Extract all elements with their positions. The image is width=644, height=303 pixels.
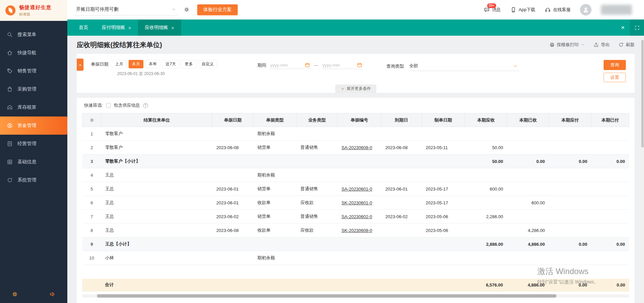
total-cell-doc_no (337, 279, 381, 292)
table-row[interactable]: 8王总2023-06-08收款单应收款SK-20230608-02023-05-… (82, 224, 629, 237)
messages-button[interactable]: 99+ 消息 (484, 7, 501, 13)
include-supplier-checkbox[interactable] (106, 103, 111, 108)
sidebar-item-base-info[interactable]: 基础信息 (0, 153, 67, 171)
cell-received (507, 210, 549, 224)
column-header[interactable]: 制单日期 (422, 113, 465, 127)
refresh-button[interactable]: 刷新 (618, 42, 635, 48)
column-header[interactable]: 单据编号 (338, 113, 381, 127)
close-icon[interactable]: × (171, 25, 174, 31)
doc-number-link[interactable]: SA-20230602-0 (342, 214, 372, 219)
sidebar-item-system[interactable]: 系统管理 (0, 171, 67, 189)
sidebar-item-search-menu[interactable]: 搜索菜单 (0, 26, 67, 44)
cell-received: 0.00 (507, 155, 549, 168)
print-by-template-button[interactable]: 按模板打印 (549, 42, 585, 48)
quick-filter-label: 快速筛选: (84, 102, 103, 108)
cell-doc_type (253, 237, 297, 251)
sidebar-item-label: 经营管理 (18, 141, 36, 147)
tab-home[interactable]: 首页 (72, 20, 95, 36)
close-icon[interactable]: × (128, 25, 131, 31)
vertical-scrollbar-thumb[interactable] (641, 40, 644, 147)
column-header[interactable]: 本期应收 (465, 113, 507, 127)
date-pill[interactable]: 自定义 (198, 60, 217, 68)
cell-receivable: 2,286.00 (465, 210, 507, 224)
trial-solution-button[interactable]: 体验行业方案 (197, 4, 238, 15)
table-row[interactable]: 2零散客户2023-06-08销货单普通销售SA-20230608-02023-… (82, 141, 629, 155)
fullscreen-icon[interactable] (630, 20, 644, 36)
column-header[interactable]: 单据日期 (212, 113, 253, 127)
online-support-button[interactable]: 在线客服 (545, 7, 571, 13)
table-row[interactable]: 3零散客户【小计】50.000.000.000.00 (82, 155, 629, 168)
sidebar-item-quick-nav[interactable]: 快捷导航 (0, 44, 67, 62)
sidebar-item-label: 基础信息 (18, 159, 36, 165)
total-cell-paid: 0.00 (591, 279, 629, 292)
search-button[interactable]: 查询 (604, 60, 626, 70)
doc-number-link[interactable]: SA-20230608-0 (342, 145, 372, 150)
sidebar-item-business[interactable]: 经营管理 (0, 135, 67, 153)
column-header[interactable]: 到期日 (381, 113, 422, 127)
column-header[interactable]: 结算往来单位 (101, 113, 212, 127)
query-type-filter: 查询类型 全部 (386, 61, 519, 71)
tab-payable[interactable]: 应付明细账× (95, 20, 138, 36)
period-filter: 期间 — (258, 61, 363, 69)
close-all-tabs-icon[interactable]: × (616, 20, 630, 36)
doc-number-link[interactable]: SK-20230601-0 (342, 200, 372, 205)
table-row[interactable]: 7王总2023-06-02销货单普通销售SA-20230602-02023-06… (82, 210, 629, 224)
period-to-input[interactable] (323, 63, 355, 68)
table-card: 快速筛选: 包含供应信息 ? 结算往来单位单据日期单据类型业务类型单据编号到期日… (77, 98, 635, 303)
cell-payable: 0.00 (549, 155, 591, 168)
gear-icon[interactable] (183, 6, 190, 13)
date-pill[interactable]: 更多 (181, 60, 196, 68)
doc-number-link[interactable]: SA-20230601-0 (342, 187, 372, 192)
cell-paid (591, 168, 629, 182)
column-header[interactable]: 本期已收 (507, 113, 549, 127)
sidebar-item-sales[interactable]: 销售管理 (0, 62, 67, 80)
sidebar-item-purchase[interactable]: 采购管理 (0, 80, 67, 98)
table-row[interactable]: 10小林期初余额 (82, 251, 629, 265)
cell-unit: 小林 (101, 251, 212, 265)
settings-gear-icon[interactable] (11, 291, 18, 298)
cell-paid (591, 210, 629, 224)
date-pill[interactable]: 本月 (129, 60, 143, 68)
help-icon[interactable]: ? (143, 103, 148, 108)
export-button[interactable]: 导出 (594, 42, 610, 48)
announcement-speaker-icon[interactable] (49, 291, 56, 298)
doc-date-label: 单据日期 (91, 61, 108, 67)
date-pill[interactable]: 上月 (112, 60, 127, 68)
cell-doc_no: SK-20230608-0 (338, 224, 381, 237)
expand-more-conditions[interactable]: 展开更多条件 (335, 85, 376, 93)
doc-number-link[interactable]: SK-20230608-0 (342, 228, 372, 233)
cell-paid (591, 196, 629, 210)
tab-receivable[interactable]: 应收明细账× (138, 20, 181, 36)
sidebar-item-inventory[interactable]: 库存核算 (0, 98, 67, 116)
horizontal-scrollbar-thumb[interactable] (97, 294, 556, 298)
column-header[interactable]: 本期已付 (591, 113, 629, 127)
table-row[interactable]: 6王总2023-06-01收款单应收款SK-20230601-02023-05-… (82, 196, 629, 210)
collapse-filter-tab[interactable]: » (77, 59, 83, 71)
cell-doc_date (212, 127, 253, 141)
table-row[interactable]: 4王总期初余额 (82, 168, 629, 182)
period-from-input[interactable] (270, 63, 303, 68)
calendar-icon[interactable] (305, 62, 310, 68)
total-cell-receivable: 6,576.00 (465, 279, 507, 292)
table-row[interactable]: 9王总【小计】2,886.004,886.000.000.00 (82, 237, 629, 251)
account-period-dropdown[interactable]: 开账日期可停用可删 (75, 4, 177, 15)
sidebar-item-funds[interactable]: 资金管理 (0, 116, 67, 135)
query-type-select[interactable]: 全部 (408, 61, 519, 71)
table-row[interactable]: 5王总2023-06-01销货单普通销售SA-20230601-02023-06… (82, 182, 629, 196)
cell-create_date (422, 168, 465, 182)
column-header[interactable]: 本期应付 (549, 113, 591, 127)
table-row[interactable]: 1零散客户期初余额 (82, 127, 629, 141)
column-settings-gear-icon[interactable] (89, 117, 95, 123)
cell-unit: 零散客户 (101, 141, 212, 155)
user-avatar[interactable] (580, 4, 591, 15)
date-pill[interactable]: 本年 (145, 60, 160, 68)
cell-doc_type: 销货单 (253, 141, 297, 155)
include-supplier-label: 包含供应信息 (114, 102, 140, 108)
settings-button[interactable]: 设置 (604, 73, 626, 82)
column-header[interactable]: 单据类型 (253, 113, 297, 127)
row-number-cell: 9 (82, 237, 101, 251)
calendar-icon[interactable] (357, 62, 362, 68)
column-header[interactable]: 业务类型 (297, 113, 338, 127)
date-pill[interactable]: 近7天 (162, 60, 179, 68)
app-download-button[interactable]: App下载 (510, 7, 535, 13)
